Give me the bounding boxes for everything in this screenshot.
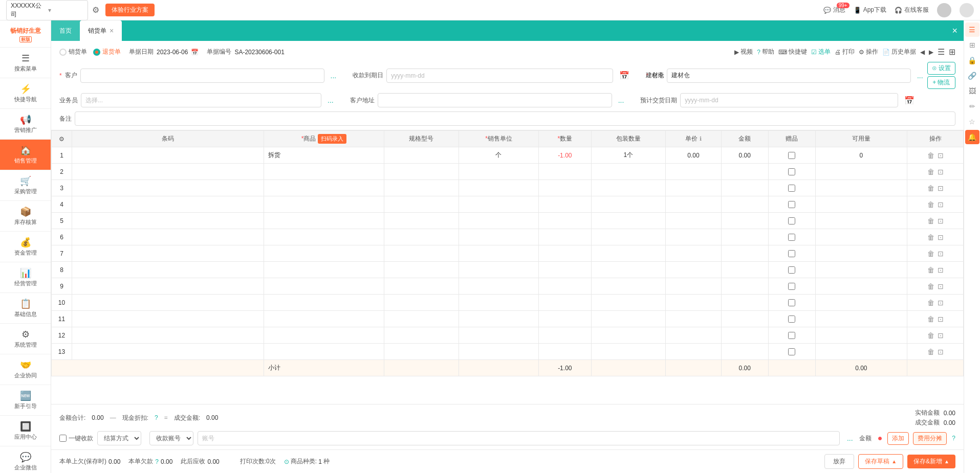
row-amount[interactable] [721, 213, 768, 229]
radio-sales[interactable]: 销货单 [59, 48, 87, 56]
save-draft-button[interactable]: 保存草稿 ▲ [858, 454, 903, 469]
view-grid[interactable]: ⊞ [949, 47, 955, 57]
gift-checkbox[interactable] [788, 332, 795, 339]
row-product[interactable] [264, 295, 384, 311]
warehouse-input[interactable] [667, 69, 911, 83]
row-quantity[interactable] [539, 245, 591, 262]
row-amount[interactable] [721, 295, 768, 311]
barcode-input[interactable] [76, 250, 259, 257]
row-quantity[interactable] [539, 278, 591, 295]
row-barcode[interactable] [72, 327, 264, 344]
delete-row-icon[interactable]: 🗑 [927, 200, 934, 209]
row-unit[interactable] [459, 344, 538, 360]
delete-row-icon[interactable]: 🗑 [927, 233, 934, 241]
logistics-button[interactable]: + 物流 [927, 76, 955, 89]
barcode-input[interactable] [76, 283, 259, 290]
row-pack-qty[interactable] [591, 278, 666, 295]
account-more-icon[interactable]: ... [847, 434, 853, 442]
row-spec[interactable] [384, 164, 459, 180]
calc-method-select[interactable]: 结算方式 [97, 431, 141, 445]
barcode-input[interactable] [76, 332, 259, 339]
row-gift[interactable] [768, 229, 815, 245]
row-unit-price[interactable] [666, 344, 721, 360]
row-spec[interactable] [384, 278, 459, 295]
history-action[interactable]: 📄 历史单据 [882, 48, 916, 56]
fee-help-icon[interactable]: ? [952, 435, 955, 442]
row-unit-price[interactable] [666, 295, 721, 311]
row-product[interactable] [264, 196, 384, 213]
payment-due-input[interactable] [386, 69, 613, 83]
barcode-input[interactable] [76, 217, 259, 224]
row-gift[interactable] [768, 295, 815, 311]
row-spec[interactable] [384, 147, 459, 164]
row-spec[interactable] [384, 180, 459, 196]
row-pack-qty[interactable] [591, 262, 666, 278]
row-product[interactable] [264, 278, 384, 295]
sidebar-item-wechat[interactable]: 💬 企业微信 [0, 446, 51, 473]
row-gift[interactable] [768, 147, 815, 164]
row-unit[interactable] [459, 164, 538, 180]
gift-checkbox[interactable] [788, 217, 795, 224]
salesperson-more-icon[interactable]: ... [328, 96, 334, 104]
nav-prev[interactable]: ◀ [920, 49, 925, 56]
delete-row-icon[interactable]: 🗑 [927, 151, 934, 160]
print-action[interactable]: 🖨 打印 [835, 48, 855, 56]
row-gift[interactable] [768, 262, 815, 278]
copy-row-icon[interactable]: ⊡ [938, 168, 944, 176]
add-payment-button[interactable]: 添加 [887, 432, 909, 445]
help-action[interactable]: ? 帮助 [757, 48, 774, 56]
row-amount[interactable] [721, 180, 768, 196]
one-click-payment[interactable]: 一键收款 [59, 434, 93, 443]
copy-row-icon[interactable]: ⊡ [938, 331, 944, 340]
account-select[interactable]: 收款账号 [149, 431, 193, 445]
warehouse-more-icon[interactable]: ... [917, 72, 923, 80]
gift-checkbox[interactable] [788, 316, 795, 323]
tab-sales-order[interactable]: 销货单 × [80, 20, 122, 41]
row-gift[interactable] [768, 311, 815, 327]
copy-row-icon[interactable]: ⊡ [938, 233, 944, 241]
row-unit-price[interactable] [666, 180, 721, 196]
copy-row-icon[interactable]: ⊡ [938, 348, 944, 356]
company-selector[interactable]: XXXXXX公司 ▾ [6, 0, 88, 20]
video-action[interactable]: ▶ 视频 [734, 48, 753, 56]
copy-row-icon[interactable]: ⊡ [938, 200, 944, 209]
row-pack-qty[interactable] [591, 180, 666, 196]
copy-row-icon[interactable]: ⊡ [938, 315, 944, 323]
account-input[interactable] [198, 431, 840, 445]
fee-button[interactable]: 费用分摊 [913, 432, 947, 445]
row-quantity[interactable] [539, 344, 591, 360]
row-quantity[interactable] [539, 311, 591, 327]
copy-row-icon[interactable]: ⊡ [938, 151, 944, 160]
notes-input[interactable] [75, 111, 955, 126]
gift-checkbox[interactable] [788, 185, 795, 192]
copy-row-icon[interactable]: ⊡ [938, 217, 944, 225]
row-product[interactable] [264, 327, 384, 344]
barcode-input[interactable] [76, 201, 259, 208]
row-amount[interactable] [721, 262, 768, 278]
row-amount[interactable] [721, 327, 768, 344]
row-gift[interactable] [768, 278, 815, 295]
row-unit[interactable] [459, 327, 538, 344]
delete-row-icon[interactable]: 🗑 [927, 299, 934, 307]
right-panel-edit-icon[interactable]: ✏ [965, 99, 979, 114]
row-quantity[interactable] [539, 164, 591, 180]
gift-checkbox[interactable] [788, 168, 795, 175]
support-nav[interactable]: 🎧 在线客服 [895, 6, 929, 14]
sidebar-item-system[interactable]: ⚙ 系统管理 [0, 324, 51, 354]
salesperson-input[interactable] [81, 93, 321, 107]
sidebar-item-basic[interactable]: 📋 基础信息 [0, 293, 51, 324]
calendar-icon[interactable]: 📅 [191, 49, 199, 56]
row-barcode[interactable] [72, 229, 264, 245]
gift-checkbox[interactable] [788, 201, 795, 208]
row-spec[interactable] [384, 327, 459, 344]
gift-checkbox[interactable] [788, 234, 795, 241]
row-pack-qty[interactable] [591, 311, 666, 327]
row-unit[interactable] [459, 196, 538, 213]
delivery-calendar-icon[interactable]: 📅 [904, 96, 914, 105]
radio-return[interactable]: 退货单 [93, 48, 121, 56]
row-unit-price[interactable] [666, 213, 721, 229]
scan-button[interactable]: 扫码录入 [318, 134, 346, 144]
row-spec[interactable] [384, 229, 459, 245]
row-pack-qty[interactable] [591, 245, 666, 262]
row-barcode[interactable] [72, 147, 264, 164]
